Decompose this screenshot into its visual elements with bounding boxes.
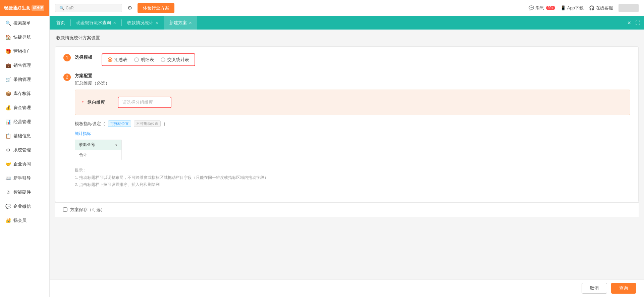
close-window-icon[interactable]: ✕ <box>626 19 633 27</box>
tab-new-plan-close[interactable]: ✕ <box>189 21 192 25</box>
sidebar-item-marketing[interactable]: 🎁 营销推广 <box>0 44 49 58</box>
radio-cross[interactable]: 交叉统计表 <box>161 57 189 63</box>
radio-summary-label: 汇总表 <box>114 57 127 63</box>
sidebar-item-guide[interactable]: 📖 新手引导 <box>0 171 49 185</box>
search-bar[interactable]: 🔍 CaR <box>55 4 122 12</box>
settings-icon[interactable]: ⚙ <box>127 5 132 11</box>
download-item[interactable]: 📱 App下载 <box>560 5 584 11</box>
radio-detail-circle <box>134 57 139 62</box>
search-menu-icon: 🔍 <box>5 20 11 26</box>
sidebar-item-label: 搜索菜单 <box>13 20 31 26</box>
sidebar-item-label: 企业微信 <box>13 203 31 209</box>
top-right-actions: 💬 消息 99+ 📱 App下载 🎧 在线客服 <box>529 4 639 12</box>
industry-button[interactable]: 体验行业方案 <box>138 3 174 13</box>
metrics-col-header[interactable]: 收款金额 ∨ <box>75 140 121 150</box>
query-button[interactable]: 查询 <box>611 283 636 294</box>
sidebar-item-quick-nav[interactable]: 🏠 快捷导航 <box>0 30 49 44</box>
save-section: 方案保存（可选） <box>55 202 639 217</box>
tips-section: 提示： 1. 拖动标题栏可以调整布局，不可跨维度或指标区域拖动栏目字段（只能在同… <box>75 167 630 189</box>
sidebar-item-inventory[interactable]: 📦 库存核算 <box>0 87 49 101</box>
page-title: 收款情况统计方案设置 <box>55 35 639 41</box>
metrics-title-suffix: ） <box>163 121 168 127</box>
support-item[interactable]: 🎧 在线客服 <box>589 5 613 11</box>
metrics-stat-area: 统计指标 收款金额 ∨ 合计 <box>75 131 122 160</box>
col-header-text: 收款金额 <box>79 142 95 148</box>
tab-receipt-stat-close[interactable]: ✕ <box>155 21 158 25</box>
operation-icon: 📊 <box>5 119 11 125</box>
dimension-select[interactable]: 请选择分组维度 <box>118 97 171 108</box>
not-draggable-tag: 不可拖动位置 <box>134 120 161 127</box>
sidebar-item-label: 采购管理 <box>13 77 31 83</box>
purchase-icon: 🛒 <box>5 77 11 82</box>
avatar <box>619 4 639 12</box>
download-icon: 📱 <box>560 5 566 10</box>
metrics-col-cell: 合计 <box>75 150 121 160</box>
tab-bar: 首页 现金银行流水查询 ✕ 收款情况统计 ✕ 新建方案 ✕ ✕ ⛶ <box>50 16 644 30</box>
search-icon: 🔍 <box>59 6 64 10</box>
sidebar-item-label: 畅会员 <box>13 217 26 224</box>
sidebar-item-hardware[interactable]: 🖥 智能硬件 <box>0 185 49 199</box>
dimension-title: 汇总维度（必选） <box>75 80 630 86</box>
footer-bar: 取消 查询 <box>50 279 644 297</box>
notifications-badge: 99+ <box>546 6 555 10</box>
download-label: App下载 <box>567 5 584 11</box>
radio-cross-label: 交叉统计表 <box>167 57 189 63</box>
tab-home[interactable]: 首页 <box>51 16 70 30</box>
logo-text: 畅捷通好生意 <box>4 5 30 11</box>
dimension-area: * 纵向维度 — 请选择分组维度 <box>75 90 630 115</box>
dimension-placeholder: 请选择分组维度 <box>122 100 153 105</box>
metrics-stat-label: 统计指标 <box>75 131 122 138</box>
sidebar-logo: 畅捷通好生意 标准版 <box>0 0 49 16</box>
sidebar-item-label: 企业协同 <box>13 161 31 167</box>
tab-bar-right-actions: ✕ ⛶ <box>626 19 644 27</box>
step2-label: 方案配置 <box>75 73 92 78</box>
metrics-toggle-label: 模板指标设定（ 可拖动位置 不可拖动位置 ） <box>75 120 630 127</box>
dimension-arrow: — <box>109 100 114 105</box>
sidebar: 畅捷通好生意 标准版 🔍 搜索菜单 🏠 快捷导航 🎁 营销推广 💼 销售管理 🛒… <box>0 0 50 297</box>
sidebar-item-cooperation[interactable]: 🤝 企业协同 <box>0 157 49 171</box>
radio-detail[interactable]: 明细表 <box>134 57 154 63</box>
sidebar-item-label: 库存核算 <box>13 91 31 97</box>
expand-window-icon[interactable]: ⛶ <box>634 19 641 27</box>
sidebar-item-label: 系统管理 <box>13 147 31 153</box>
save-label: 方案保存（可选） <box>70 207 105 213</box>
tab-bank-flow[interactable]: 现金银行流水查询 ✕ <box>71 16 121 30</box>
metrics-table: 收款金额 ∨ 合计 <box>75 140 122 160</box>
radio-cross-circle <box>161 57 165 62</box>
metrics-section: 模板指标设定（ 可拖动位置 不可拖动位置 ） 统计指标 <box>75 120 630 160</box>
cancel-button[interactable]: 取消 <box>582 283 607 294</box>
sidebar-item-sales[interactable]: 💼 销售管理 <box>0 58 49 72</box>
vertical-dim-label: 纵向维度 <box>88 99 105 105</box>
main-area: 🔍 CaR ⚙ 体验行业方案 💬 消息 99+ 📱 App下载 🎧 在线客服 首… <box>50 0 644 297</box>
sidebar-item-label: 资金管理 <box>13 105 31 111</box>
tab-new-plan[interactable]: 新建方案 ✕ <box>164 16 197 30</box>
notifications-item[interactable]: 💬 消息 99+ <box>529 5 555 11</box>
search-text: CaR <box>66 6 74 10</box>
step1-label: 选择模板 <box>75 54 92 60</box>
tab-new-plan-label: 新建方案 <box>169 20 187 26</box>
tab-bank-flow-close[interactable]: ✕ <box>113 21 116 25</box>
sidebar-item-system[interactable]: ⚙ 系统管理 <box>0 143 49 157</box>
sidebar-item-finance[interactable]: 💰 资金管理 <box>0 101 49 115</box>
sidebar-item-basic-info[interactable]: 📋 基础信息 <box>0 129 49 143</box>
sidebar-item-operation[interactable]: 📊 经营管理 <box>0 115 49 129</box>
sidebar-item-member[interactable]: 👑 畅会员 <box>0 213 49 228</box>
radio-summary[interactable]: 汇总表 <box>108 57 127 63</box>
tab-bank-flow-label: 现金银行流水查询 <box>76 20 111 26</box>
sidebar-item-purchase[interactable]: 🛒 采购管理 <box>0 72 49 87</box>
sidebar-item-wechat[interactable]: 💬 企业微信 <box>0 199 49 213</box>
save-checkbox[interactable] <box>63 207 67 212</box>
step1-section: 1 选择模板 汇总表 明细表 交叉统计表 <box>63 53 630 66</box>
notifications-label: 消息 <box>535 5 544 11</box>
cooperation-icon: 🤝 <box>5 161 11 167</box>
sidebar-item-search-menu[interactable]: 🔍 搜索菜单 <box>0 16 49 30</box>
template-options: 汇总表 明细表 交叉统计表 <box>102 53 195 66</box>
col-dropdown-icon: ∨ <box>115 143 117 147</box>
tab-receipt-stat[interactable]: 收款情况统计 ✕ <box>122 16 164 30</box>
guide-icon: 📖 <box>5 176 11 181</box>
radio-summary-circle <box>108 57 112 62</box>
metrics-title-text: 模板指标设定（ <box>75 121 105 127</box>
system-icon: ⚙ <box>5 147 11 153</box>
settings-card: 1 选择模板 汇总表 明细表 交叉统计表 <box>55 46 639 202</box>
metrics-layout: 统计指标 收款金额 ∨ 合计 <box>75 131 630 160</box>
